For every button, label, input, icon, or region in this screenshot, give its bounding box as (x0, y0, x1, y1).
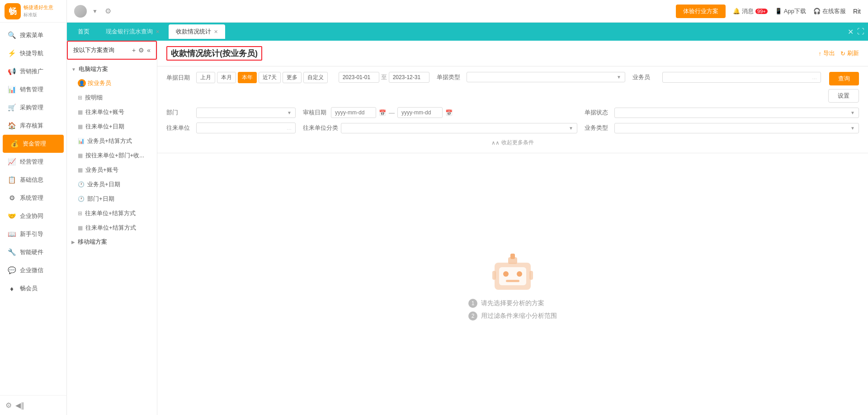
partner-select[interactable]: … (196, 123, 296, 133)
scheme-group-header[interactable]: ▶移动端方案 (67, 235, 157, 249)
date-option-本月[interactable]: 本月 (217, 72, 236, 83)
page-title: 收款情况统计(按业务员) (166, 46, 262, 61)
nav-icon: 📊 (7, 85, 16, 94)
gear-icon[interactable]: ⚙ (5, 401, 12, 410)
review-date-to-input[interactable] (397, 107, 443, 118)
topbar-gear-icon[interactable]: ⚙ (105, 7, 111, 15)
export-label: 导出 (823, 49, 835, 57)
sidebar-item-快捷导航[interactable]: ⚡快捷导航 (0, 44, 66, 62)
scheme-item[interactable]: 👤按业务员 (67, 76, 157, 90)
notification-item[interactable]: 🔔 消息 99+ (733, 7, 768, 15)
close-window-icon[interactable]: ✕ (848, 28, 854, 36)
tabbar: 首页 现金银行流水查询 ✕ 收款情况统计 ✕ ✕ ⛶ (67, 23, 868, 41)
tab-bank-flow-close[interactable]: ✕ (156, 29, 160, 35)
doc-type-select[interactable]: ▼ (467, 72, 625, 82)
scheme-item[interactable]: ▦按往来单位+部门+收... (67, 148, 157, 163)
partner-more-icon[interactable]: … (287, 125, 292, 131)
nav-label: 经营管理 (20, 158, 43, 166)
svg-rect-7 (492, 271, 496, 280)
dept-select[interactable]: ▼ (196, 108, 296, 118)
sidebar-item-新手引导[interactable]: 📖新手引导 (0, 225, 66, 243)
sidebar-item-基础信息[interactable]: 📋基础信息 (0, 171, 66, 189)
salesman-more-icon[interactable]: … (812, 75, 817, 80)
nav-icon: ⚡ (7, 49, 16, 58)
sidebar-item-采购管理[interactable]: 🛒采购管理 (0, 99, 66, 117)
tab-bank-flow[interactable]: 现金银行流水查询 ✕ (99, 24, 167, 39)
scheme-item[interactable]: ⊞按明细 (67, 90, 157, 105)
review-date-from-input[interactable] (331, 107, 376, 118)
refresh-button[interactable]: ↻ 刷新 (840, 49, 859, 57)
empty-step-1: 1 请先选择要分析的方案 (468, 299, 557, 308)
sidebar-item-智能硬件[interactable]: 🔧智能硬件 (0, 243, 66, 261)
partner-type-arrow: ▼ (569, 126, 573, 131)
export-button[interactable]: ↑ 导出 (819, 49, 835, 57)
date-option-更多[interactable]: 更多 (283, 72, 302, 83)
tab-bank-flow-label: 现金银行流水查询 (106, 28, 153, 36)
sidebar-item-资金管理[interactable]: 💰资金管理 (3, 135, 64, 153)
scheme-item-label: 往来单位+结算方式 (85, 209, 136, 217)
doc-status-select[interactable]: ▼ (614, 108, 859, 118)
date-to-input[interactable] (389, 72, 429, 83)
date-option-自定义[interactable]: 自定义 (303, 72, 328, 83)
scheme-collapse-button[interactable]: « (147, 47, 151, 54)
trial-button[interactable]: 体验行业方案 (676, 5, 726, 18)
scheme-panel-actions: + ⚙ « (132, 47, 151, 54)
review-date-calendar-icon[interactable]: 📅 (379, 109, 386, 116)
sidebar: 畅 畅捷通好生意 标准版 🔍搜索菜单⚡快捷导航📢营销推广📊销售管理🛒采购管理🏠库… (0, 0, 67, 415)
nav-icon: 📢 (7, 67, 16, 76)
tab-collection-stats[interactable]: 收款情况统计 ✕ (169, 24, 225, 39)
maximize-window-icon[interactable]: ⛶ (857, 28, 864, 36)
scheme-item[interactable]: ▦往来单位+账号 (67, 105, 157, 119)
filter-settings-button[interactable]: 设置 (828, 89, 859, 103)
biz-type-select[interactable]: ▼ (614, 123, 859, 133)
date-option-上月[interactable]: 上月 (196, 72, 215, 83)
user-name-item[interactable]: Rit (853, 8, 861, 15)
collapse-icon[interactable]: ◀‖ (15, 401, 24, 410)
topbar-dropdown-icon[interactable]: ▼ (92, 8, 98, 14)
export-icon: ↑ (819, 50, 822, 57)
tab-collection-stats-close[interactable]: ✕ (214, 29, 218, 35)
page-titlebar: 收款情况统计(按业务员) ↑ 导出 ↻ 刷新 (157, 41, 868, 66)
scheme-item[interactable]: ▦业务员+账号 (67, 163, 157, 177)
sidebar-item-库存核算[interactable]: 🏠库存核算 (0, 117, 66, 135)
date-option-近7天[interactable]: 近7天 (259, 72, 281, 83)
scheme-item[interactable]: 📊业务员+结算方式 (67, 134, 157, 148)
topbar-right: 体验行业方案 🔔 消息 99+ 📱 App下载 🎧 在线客服 Rit (676, 5, 861, 18)
tab-home[interactable]: 首页 (71, 28, 97, 36)
scheme-item-label: 业务员+结算方式 (87, 137, 132, 145)
scheme-settings-button[interactable]: ⚙ (138, 47, 144, 54)
sidebar-item-畅会员[interactable]: ♦畅会员 (0, 279, 66, 297)
filter-collapse-button[interactable]: ∧∧ 收起更多条件 (166, 136, 859, 149)
sidebar-item-搜索菜单[interactable]: 🔍搜索菜单 (0, 26, 66, 44)
nav-label: 销售管理 (20, 85, 43, 94)
sidebar-item-销售管理[interactable]: 📊销售管理 (0, 80, 66, 99)
refresh-icon: ↻ (840, 50, 845, 57)
sidebar-item-企业微信[interactable]: 💬企业微信 (0, 261, 66, 279)
salesman-select[interactable]: … (662, 72, 821, 83)
scheme-add-button[interactable]: + (132, 47, 136, 54)
sidebar-item-经营管理[interactable]: 📈经营管理 (0, 153, 66, 171)
sidebar-item-营销推广[interactable]: 📢营销推广 (0, 62, 66, 80)
sidebar-item-企业协同[interactable]: 🤝企业协同 (0, 207, 66, 225)
active-scheme-icon: 👤 (78, 79, 86, 87)
scheme-item[interactable]: 🕐业务员+日期 (67, 177, 157, 192)
scheme-item[interactable]: ▦往来单位+结算方式 (67, 221, 157, 235)
scheme-item-icon: ▦ (78, 123, 83, 130)
scheme-group-header[interactable]: ▼电脑端方案 (67, 62, 157, 76)
nav-icon: 🏠 (7, 121, 16, 130)
review-date-to-calendar-icon[interactable]: 📅 (445, 109, 453, 116)
scheme-item[interactable]: 🕐部门+日期 (67, 192, 157, 206)
scheme-item[interactable]: ⊞往来单位+结算方式 (67, 206, 157, 221)
partner-type-select[interactable]: ▼ (341, 123, 577, 133)
date-option-本年[interactable]: 本年 (238, 72, 257, 83)
app-download-item[interactable]: 📱 App下载 (775, 7, 806, 15)
query-button[interactable]: 查询 (829, 72, 859, 85)
scheme-item[interactable]: ▦往来单位+日期 (67, 119, 157, 134)
online-service-item[interactable]: 🎧 在线客服 (813, 7, 846, 15)
sidebar-item-系统管理[interactable]: ⚙系统管理 (0, 189, 66, 207)
date-from-input[interactable] (339, 72, 379, 83)
review-date-label: 审核日期 (303, 108, 328, 117)
nav-icon: 🔍 (7, 31, 16, 40)
tab-collection-stats-label: 收款情况统计 (176, 28, 211, 36)
svg-point-3 (517, 271, 522, 277)
